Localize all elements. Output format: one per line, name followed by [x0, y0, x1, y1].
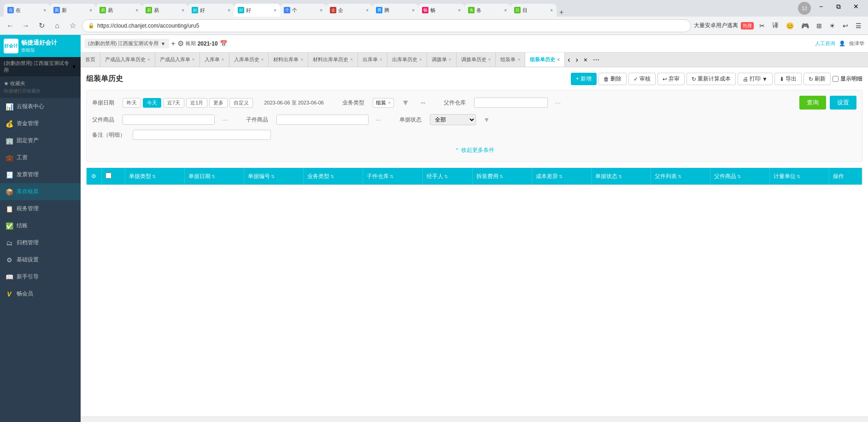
tab-close-9[interactable]: ×	[458, 8, 461, 13]
add-company-button[interactable]: +	[171, 40, 175, 48]
tab-close-10[interactable]: ×	[504, 8, 507, 13]
biz-type-tag-remove[interactable]: ×	[388, 100, 391, 105]
order-status-select[interactable]: 全部 草稿 已审核	[430, 114, 476, 125]
nav-tab-close-6[interactable]: ×	[350, 57, 353, 62]
home-button[interactable]: ⌂	[51, 19, 64, 32]
sidebar-item-inventory[interactable]: 📦 库存核算	[0, 183, 81, 200]
table-col-order-type[interactable]: 单据类型 ⇅	[125, 168, 185, 185]
table-col-biz-type[interactable]: 业务类型 ⇅	[304, 168, 363, 185]
bookmark-button[interactable]: ☆	[66, 19, 79, 32]
nav-tab-assemble[interactable]: 组装单 ×	[496, 52, 525, 67]
sidebar-item-invoice[interactable]: 🧾 发票管理	[0, 166, 81, 183]
table-col-order-date[interactable]: 单据日期 ⇅	[185, 168, 244, 185]
nav-tab-assembly-history-in[interactable]: 产成品入库单历史 ×	[100, 52, 155, 67]
select-all-checkbox[interactable]	[106, 173, 111, 179]
tab-close-11[interactable]: ×	[550, 8, 553, 13]
tab-close-6[interactable]: ×	[320, 8, 323, 13]
print-button[interactable]: 🖨 打印 ▼	[738, 73, 773, 85]
tab-6[interactable]: 个 个 ×	[280, 4, 326, 17]
emoji-button[interactable]: 😊	[783, 21, 797, 31]
nav-tab-close-8[interactable]: ×	[419, 57, 422, 62]
forward-button[interactable]: →	[19, 19, 32, 32]
tab-close-active[interactable]: ×	[274, 8, 276, 13]
nav-tab-material-out[interactable]: 材料出库单 ×	[269, 52, 308, 67]
table-col-checkbox[interactable]	[101, 168, 125, 185]
table-col-settings[interactable]: ⚙	[87, 168, 101, 185]
export-button[interactable]: ⬇ 导出	[774, 73, 802, 85]
sidebar-item-reports[interactable]: 📊 云报表中心	[0, 98, 81, 115]
date-btn-today[interactable]: 今天	[143, 98, 161, 108]
table-col-parent-goods[interactable]: 父件商品 ⇅	[710, 168, 770, 185]
tab-scroll-left[interactable]: ‹	[565, 56, 573, 64]
child-goods-dots[interactable]: ···	[376, 116, 381, 123]
sidebar-item-settle[interactable]: ✅ 结账	[0, 217, 81, 234]
table-col-parent-list[interactable]: 父件列表 ⇅	[651, 168, 710, 185]
minimize-button[interactable]: −	[813, 0, 829, 13]
restore-button[interactable]: ⧉	[830, 0, 847, 13]
tab-close-3[interactable]: ×	[135, 8, 138, 13]
tab-1[interactable]: 在 在 ×	[4, 4, 50, 17]
nav-tab-adjust-history[interactable]: 调拨单历史 ×	[457, 52, 496, 67]
sidebar-item-guide[interactable]: 📖 新手引导	[0, 268, 81, 285]
date-btn-more[interactable]: 更多	[209, 98, 228, 108]
parent-goods-dots[interactable]: ···	[222, 116, 228, 123]
nav-tab-close-4[interactable]: ×	[261, 57, 264, 62]
sidebar-item-assets[interactable]: 🏢 固定资产	[0, 132, 81, 149]
tab-7[interactable]: 企 企 ×	[326, 4, 372, 17]
sidebar-item-payroll[interactable]: 💼 工资	[0, 149, 81, 166]
sidebar-item-archive[interactable]: 🗂 归档管理	[0, 234, 81, 251]
nav-tab-close-9[interactable]: ×	[449, 57, 452, 62]
table-col-handler[interactable]: 经手人 ⇅	[422, 168, 472, 185]
nav-tab-close-12[interactable]: ×	[557, 57, 560, 62]
tab-close-5[interactable]: ×	[228, 8, 230, 13]
translate-button[interactable]: 译	[769, 21, 781, 31]
date-btn-yesterday[interactable]: 昨天	[123, 98, 141, 108]
delete-button[interactable]: 🗑 删除	[598, 73, 627, 85]
tab-4[interactable]: 易 易 ×	[142, 4, 188, 17]
tab-close-4[interactable]: ×	[182, 8, 184, 13]
date-btn-custom[interactable]: 自定义	[229, 98, 253, 108]
child-goods-input[interactable]	[276, 115, 369, 125]
settings-button[interactable]: 设置	[830, 96, 856, 110]
scissors-button[interactable]: ✂	[757, 21, 768, 31]
brightness-button[interactable]: ☀	[827, 21, 838, 31]
nav-tab-storage-in-history[interactable]: 入库单历史 ×	[229, 52, 269, 67]
menu-button[interactable]: ☰	[853, 21, 864, 31]
query-button[interactable]: 查询	[799, 96, 826, 110]
nav-tab-out-order[interactable]: 出库单 ×	[358, 52, 387, 67]
nav-tab-close-2[interactable]: ×	[192, 57, 195, 62]
sidebar-item-member[interactable]: V 畅会员	[0, 285, 81, 302]
nav-tab-home[interactable]: 首页	[81, 52, 100, 67]
show-detail-checkbox-label[interactable]: 显示明细	[833, 75, 862, 83]
table-col-cost-diff[interactable]: 成本差异 ⇅	[532, 168, 592, 185]
customer-service-link[interactable]: 人工咨询	[815, 40, 835, 47]
table-col-disassembly-cost[interactable]: 拆装费用 ⇅	[472, 168, 532, 185]
tab-close-7[interactable]: ×	[366, 8, 369, 13]
back-button[interactable]: ←	[4, 19, 17, 32]
parent-goods-input[interactable]	[123, 115, 215, 125]
tab-3[interactable]: 易 易 ×	[96, 4, 142, 17]
parent-warehouse-dots[interactable]: ···	[555, 99, 561, 106]
date-btn-7days[interactable]: 近7天	[163, 98, 184, 108]
show-detail-checkbox[interactable]	[833, 76, 839, 82]
nav-tab-close-10[interactable]: ×	[488, 57, 491, 62]
sidebar-item-tax[interactable]: 📋 税务管理	[0, 200, 81, 217]
new-tab-button[interactable]: +	[557, 8, 566, 17]
nav-tab-close-1[interactable]: ×	[147, 57, 150, 62]
tab-more-options[interactable]: ⋯	[590, 56, 602, 64]
table-col-unit[interactable]: 计量单位 ⇅	[770, 168, 829, 185]
tab-2[interactable]: 新 新 ×	[50, 4, 96, 17]
favorites-sub[interactable]: 快捷键打开收藏夹	[4, 88, 77, 94]
tab-active[interactable]: 好 好 ×	[234, 4, 280, 17]
nav-tab-assemble-history[interactable]: 组装单历史 ×	[525, 52, 565, 67]
nav-tab-close-11[interactable]: ×	[517, 57, 520, 62]
undo-button[interactable]: ↩	[840, 21, 851, 31]
url-bar[interactable]: 🔒 https://cloud.chanjet.com/accounting/u…	[82, 19, 691, 32]
sidebar-item-settings[interactable]: ⚙ 基础设置	[0, 251, 81, 268]
tab-close-current[interactable]: ×	[581, 56, 590, 64]
notes-input[interactable]	[133, 130, 271, 140]
close-button[interactable]: ✕	[848, 0, 864, 13]
nav-tab-storage-in[interactable]: 入库单 ×	[200, 52, 229, 67]
company-selector[interactable]: (勿删勿禁用) 江西服宝测试专用 ▼	[0, 57, 81, 76]
table-col-order-status[interactable]: 单据状态 ⇅	[592, 168, 651, 185]
